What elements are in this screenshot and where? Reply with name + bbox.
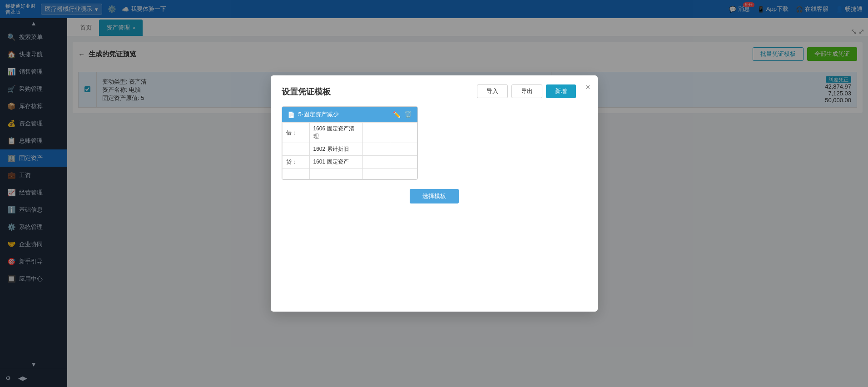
entry-col1-1 [362,123,390,143]
template-card-actions: ✏️ 🗑️ [393,111,412,118]
edit-icon[interactable]: ✏️ [393,111,401,118]
modal-overlay: 设置凭证模板 导入 导出 新增 × 📄 5-固定资产减少 ✏️ 🗑️ [0,0,868,387]
entry-col2-3 [390,156,417,169]
entry-type-3: 贷： [282,156,309,169]
template-card-body: 借： 1606 固定资产清理 1602 累计折旧 [282,122,417,179]
entry-type-2 [282,143,309,156]
entry-type-1: 借： [282,123,309,143]
entry-col1-2 [362,143,390,156]
document-icon: 📄 [288,111,295,118]
template-card-header: 📄 5-固定资产减少 ✏️ 🗑️ [282,107,417,122]
template-entries-table: 借： 1606 固定资产清理 1602 累计折旧 [282,122,417,179]
entry-col1-4 [362,169,390,179]
entry-account-2: 1602 累计折旧 [309,143,362,156]
template-entry-row-2: 1602 累计折旧 [282,143,417,156]
modal-export-button[interactable]: 导出 [511,84,542,98]
template-header-left: 📄 5-固定资产减少 [288,110,339,119]
entry-account-3: 1601 固定资产 [309,156,362,169]
entry-col2-2 [390,143,417,156]
entry-type-4 [282,169,309,179]
entry-col2-1 [390,123,417,143]
modal-header-actions: 导入 导出 新增 [477,84,576,98]
entry-col2-4 [390,169,417,179]
select-template-button[interactable]: 选择模板 [410,189,459,203]
modal-new-button[interactable]: 新增 [546,84,576,98]
template-entry-row-4 [282,169,417,179]
template-entry-row-3: 贷： 1601 固定资产 [282,156,417,169]
app-container: 畅捷通好业财 普及版 医疗器械行业演示 ▾ ⚙️ ☁️ 我要体验一下 💬 消息 … [0,0,868,387]
set-template-modal: 设置凭证模板 导入 导出 新增 × 📄 5-固定资产减少 ✏️ 🗑️ [271,75,598,312]
entry-account-1: 1606 固定资产清理 [309,123,362,143]
entry-account-4 [309,169,362,179]
template-card: 📄 5-固定资产减少 ✏️ 🗑️ 借： 1606 固定资产清理 [282,106,418,180]
template-name: 5-固定资产减少 [298,110,339,119]
delete-icon[interactable]: 🗑️ [404,111,412,118]
entry-col1-3 [362,156,390,169]
template-entry-row-1: 借： 1606 固定资产清理 [282,123,417,143]
modal-import-button[interactable]: 导入 [477,84,508,98]
modal-close-button[interactable]: × [585,83,590,92]
